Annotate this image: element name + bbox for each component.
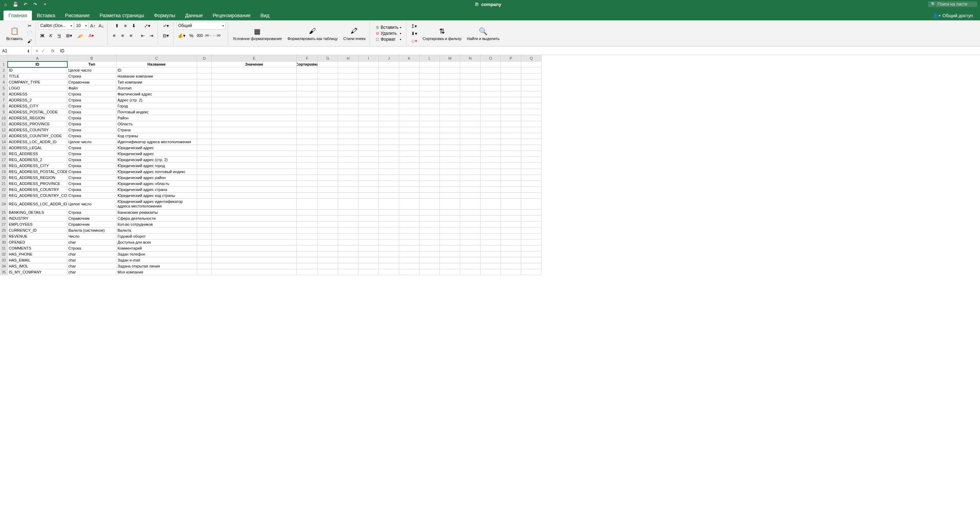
cell[interactable] <box>399 215 420 222</box>
cell[interactable] <box>379 91 399 97</box>
cell[interactable] <box>440 73 460 79</box>
cell[interactable] <box>440 127 460 133</box>
cell[interactable] <box>379 269 399 275</box>
cell[interactable]: ADDRESS_LEGAL <box>8 145 67 151</box>
cell[interactable] <box>358 109 379 115</box>
cell[interactable] <box>197 91 212 97</box>
cell[interactable] <box>480 157 501 163</box>
cell[interactable]: Строка <box>67 145 116 151</box>
cell[interactable] <box>197 115 212 121</box>
cell[interactable] <box>399 263 420 269</box>
cell[interactable] <box>358 85 379 91</box>
row-header[interactable]: 27 <box>0 222 7 228</box>
cell[interactable] <box>212 222 297 228</box>
cell[interactable]: Город <box>116 103 197 109</box>
cell[interactable] <box>460 169 480 175</box>
cell[interactable] <box>358 151 379 157</box>
cell[interactable] <box>521 233 542 239</box>
cell[interactable] <box>212 91 297 97</box>
cell[interactable] <box>297 222 318 228</box>
cell[interactable]: Доступна для всех <box>116 239 197 246</box>
align-center-icon[interactable]: ≡ <box>119 32 127 39</box>
cell[interactable]: ADDRESS_CITY <box>8 103 67 109</box>
indent-increase-icon[interactable]: ⇥ <box>148 32 155 39</box>
cell[interactable] <box>521 157 542 163</box>
cell[interactable] <box>358 67 379 73</box>
cell[interactable] <box>501 257 521 263</box>
cell[interactable] <box>338 228 358 233</box>
cell[interactable] <box>338 127 358 133</box>
cell[interactable] <box>212 193 297 199</box>
cell[interactable] <box>420 239 440 246</box>
cell[interactable] <box>440 139 460 145</box>
cell[interactable] <box>420 175 440 181</box>
cell[interactable] <box>480 67 501 73</box>
cell[interactable] <box>379 239 399 246</box>
cell[interactable] <box>399 151 420 157</box>
cell[interactable] <box>358 73 379 79</box>
cell[interactable] <box>338 269 358 275</box>
cell[interactable] <box>318 233 338 239</box>
cell[interactable] <box>521 79 542 85</box>
cell[interactable] <box>297 151 318 157</box>
cell[interactable] <box>521 163 542 169</box>
cell[interactable] <box>297 109 318 115</box>
cell[interactable]: REG_ADDRESS_2 <box>8 157 67 163</box>
cell[interactable] <box>440 85 460 91</box>
cell[interactable] <box>521 85 542 91</box>
row-header[interactable]: 15 <box>0 145 7 151</box>
cell[interactable] <box>480 222 501 228</box>
cell[interactable] <box>501 61 521 67</box>
cell[interactable] <box>399 115 420 121</box>
merge-icon[interactable]: ⊟▾ <box>161 32 171 39</box>
cell[interactable] <box>212 169 297 175</box>
cell[interactable] <box>297 127 318 133</box>
cancel-formula-icon[interactable]: ✕ <box>35 48 38 53</box>
increase-font-icon[interactable]: A↑ <box>89 22 97 29</box>
tab-formulas[interactable]: Формулы <box>149 11 180 20</box>
cell[interactable] <box>420 215 440 222</box>
cell[interactable] <box>297 251 318 257</box>
search-input[interactable]: 🔍 Поиск на листе <box>928 2 977 7</box>
share-button[interactable]: 👤+ Общий доступ <box>929 11 977 20</box>
cell[interactable] <box>212 215 297 222</box>
cell[interactable]: Область <box>116 121 197 127</box>
cell[interactable] <box>212 187 297 193</box>
cell[interactable] <box>297 157 318 163</box>
cell[interactable] <box>480 251 501 257</box>
column-header[interactable]: L <box>420 55 440 61</box>
font-size-combo[interactable]: 10▾ <box>74 22 88 29</box>
cell[interactable] <box>297 145 318 151</box>
cell[interactable]: Идентификатор адреса местоположения <box>116 139 197 145</box>
cell[interactable] <box>338 239 358 246</box>
cell[interactable] <box>212 228 297 233</box>
cell[interactable]: Строка <box>67 187 116 193</box>
cell[interactable] <box>420 163 440 169</box>
cell[interactable] <box>212 181 297 187</box>
cell[interactable]: Строка <box>67 115 116 121</box>
cell[interactable] <box>358 210 379 215</box>
row-header[interactable]: 26 <box>0 215 7 222</box>
cell[interactable] <box>358 239 379 246</box>
cell[interactable]: HAS_EMAIL <box>8 257 67 263</box>
tab-layout[interactable]: Разметка страницы <box>95 11 149 20</box>
cell[interactable] <box>379 79 399 85</box>
cell[interactable] <box>521 151 542 157</box>
cell[interactable] <box>297 181 318 187</box>
cell[interactable] <box>399 145 420 151</box>
cell[interactable] <box>358 145 379 151</box>
cell[interactable] <box>338 121 358 127</box>
tab-review[interactable]: Рецензирование <box>208 11 255 20</box>
cell-styles-button[interactable]: 🖍 Стили ячеек <box>341 26 368 41</box>
cell[interactable]: REG_ADDRESS_REGION <box>8 175 67 181</box>
cell[interactable]: Справочник <box>67 79 116 85</box>
cell[interactable] <box>379 115 399 121</box>
cell[interactable] <box>501 67 521 73</box>
fx-icon[interactable]: fx <box>48 48 57 53</box>
cell[interactable]: Адрес (стр. 2) <box>116 97 197 103</box>
cell[interactable] <box>480 210 501 215</box>
cell[interactable]: Строка <box>67 91 116 97</box>
cell[interactable] <box>521 210 542 215</box>
cell[interactable] <box>212 151 297 157</box>
cell[interactable] <box>460 263 480 269</box>
